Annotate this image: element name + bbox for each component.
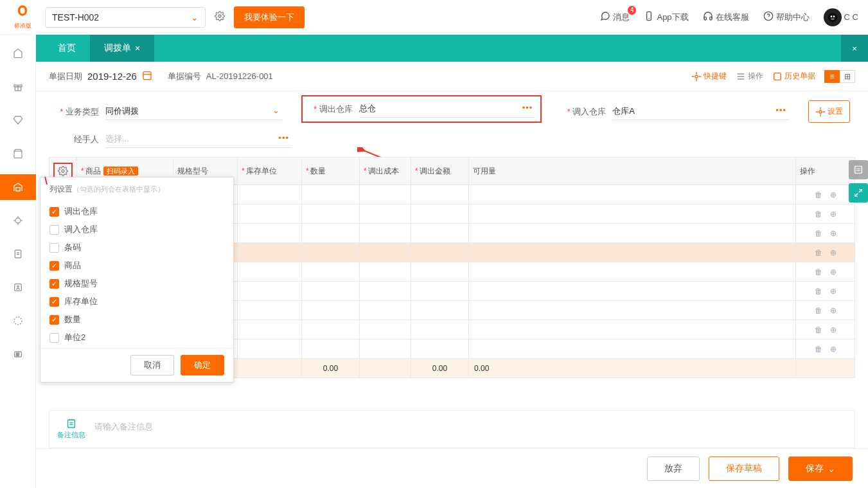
checkbox[interactable] <box>49 243 59 253</box>
settings-button[interactable]: 设置 <box>808 100 850 123</box>
copy-icon[interactable]: ⊕ <box>830 267 837 276</box>
try-button[interactable]: 我要体验一下 <box>234 6 305 28</box>
more-icon[interactable]: ••• <box>278 133 289 143</box>
delete-icon[interactable]: 🗑 <box>815 306 822 315</box>
delete-icon[interactable]: 🗑 <box>815 287 822 296</box>
float-right-tools <box>849 160 868 203</box>
card-view-icon[interactable]: ⊞ <box>840 70 855 83</box>
scan-tag[interactable]: 扫码录入 <box>103 167 138 176</box>
svg-rect-22 <box>143 72 151 80</box>
in-warehouse-field[interactable]: 调入仓库 仓库A••• <box>561 100 789 123</box>
svg-rect-28 <box>774 73 781 80</box>
cancel-button[interactable]: 取消 <box>130 355 174 375</box>
note-area[interactable]: 备注信息 请输入备注信息 <box>49 410 855 448</box>
delete-icon[interactable]: 🗑 <box>815 248 822 257</box>
copy-icon[interactable]: ⊕ <box>830 210 837 219</box>
more-icon[interactable]: ••• <box>775 105 786 115</box>
delete-icon[interactable]: 🗑 <box>815 325 822 334</box>
copy-icon[interactable]: ⊕ <box>830 248 837 257</box>
sidebar-clipboard-icon[interactable] <box>11 247 25 261</box>
calendar-icon[interactable] <box>142 70 152 82</box>
save-draft-button[interactable]: 保存草稿 <box>709 456 779 481</box>
tab-close-all[interactable]: × <box>841 35 868 62</box>
column-option[interactable]: ✓商品 <box>40 257 233 275</box>
help-link[interactable]: 帮助中心 <box>763 11 810 23</box>
logo-text: 标准版 <box>14 22 31 30</box>
sidebar-user-icon[interactable] <box>11 280 25 294</box>
checkbox[interactable]: ✓ <box>49 315 59 325</box>
sidebar-bag-icon[interactable] <box>11 147 25 161</box>
messages-link[interactable]: 消息 4 <box>600 11 630 23</box>
handler-field[interactable]: 经手人 选择...••• <box>54 131 292 148</box>
top-right: 消息 4 App下载 在线客服 帮助中心 C C <box>600 8 858 26</box>
app-download-link[interactable]: App下载 <box>644 11 688 23</box>
notes-icon[interactable] <box>849 160 868 179</box>
operation-link[interactable]: 操作 <box>736 71 763 82</box>
save-button[interactable]: 保存⌄ <box>788 456 853 481</box>
logo[interactable]: 标准版 <box>10 5 35 30</box>
sidebar-diamond-icon[interactable] <box>11 113 25 127</box>
copy-icon[interactable]: ⊕ <box>830 306 837 315</box>
copy-icon[interactable]: ⊕ <box>830 325 837 334</box>
gear-icon[interactable] <box>215 11 225 23</box>
help-icon <box>763 11 774 23</box>
copy-icon[interactable]: ⊕ <box>830 287 837 296</box>
date-label: 单据日期 <box>49 71 82 82</box>
discard-button[interactable]: 放弃 <box>647 456 700 481</box>
checkbox[interactable]: ✓ <box>49 279 59 289</box>
delete-icon[interactable]: 🗑 <box>815 229 822 238</box>
column-option[interactable]: ✓调出仓库 <box>40 203 233 221</box>
svg-point-29 <box>819 111 822 113</box>
note-input[interactable]: 请输入备注信息 <box>94 419 847 433</box>
copy-icon[interactable]: ⊕ <box>830 229 837 238</box>
more-icon[interactable]: ••• <box>522 103 533 113</box>
svg-point-24 <box>695 75 698 78</box>
sidebar-home-icon[interactable] <box>11 46 25 60</box>
shortcut-link[interactable]: 快捷键 <box>691 71 727 82</box>
sidebar-gift-icon[interactable] <box>11 80 25 94</box>
copy-icon[interactable]: ⊕ <box>830 345 837 354</box>
svg-point-19 <box>14 317 22 325</box>
service-link[interactable]: 在线客服 <box>703 11 749 23</box>
sidebar-new-icon[interactable]: 新 <box>11 347 25 361</box>
column-settings-popup: 列设置（勾选的列会在表格中显示） ✓调出仓库调入仓库条码✓商品✓规格型号✓库存单… <box>40 177 234 383</box>
host-selector[interactable]: TEST-H002 ⌄ <box>45 7 206 28</box>
column-option[interactable]: ✓规格型号 <box>40 275 233 293</box>
top-bar: 标准版 TEST-H002 ⌄ 我要体验一下 消息 4 App下载 在线客服 帮… <box>0 0 868 35</box>
user-menu[interactable]: C C <box>824 8 858 26</box>
tab-home[interactable]: 首页 <box>44 35 90 62</box>
biz-type-field[interactable]: 业务类型 同价调拨⌄ <box>54 100 282 123</box>
checkbox[interactable]: ✓ <box>49 207 59 217</box>
view-toggle[interactable]: ≡ ⊞ <box>824 70 855 83</box>
checkbox[interactable] <box>49 225 59 235</box>
delete-icon[interactable]: 🗑 <box>815 345 822 354</box>
column-option[interactable]: 条码 <box>40 239 233 257</box>
list-view-icon[interactable]: ≡ <box>824 70 840 83</box>
checkbox[interactable]: ✓ <box>49 297 59 307</box>
column-option[interactable]: 调入仓库 <box>40 221 233 239</box>
sidebar-warehouse-icon[interactable] <box>0 174 36 200</box>
delete-icon[interactable]: 🗑 <box>815 210 822 219</box>
delete-icon[interactable]: 🗑 <box>815 267 822 276</box>
copy-icon[interactable]: ⊕ <box>830 190 837 199</box>
sidebar-loading-icon[interactable] <box>11 314 25 328</box>
avatar <box>824 8 842 26</box>
tab-allocation[interactable]: 调拨单× <box>90 35 154 62</box>
docno-value: AL-20191226-001 <box>206 71 273 81</box>
delete-icon[interactable]: 🗑 <box>815 190 822 199</box>
footer: 放弃 保存草稿 保存⌄ <box>36 448 868 488</box>
out-warehouse-field[interactable]: 调出仓库 总仓••• <box>301 95 542 123</box>
docno-label: 单据编号 <box>168 71 201 82</box>
close-icon[interactable]: × <box>135 43 140 53</box>
column-option[interactable]: ✓数量 <box>40 311 233 329</box>
sidebar-money-icon[interactable] <box>11 213 25 228</box>
checkbox[interactable]: ✓ <box>49 261 59 271</box>
history-link[interactable]: 历史单据 <box>772 71 815 82</box>
column-option[interactable]: 单位2 <box>40 329 233 347</box>
ok-button[interactable]: 确定 <box>181 355 224 375</box>
checkbox[interactable] <box>49 333 59 343</box>
column-option[interactable]: ✓库存单位 <box>40 293 233 311</box>
expand-icon[interactable] <box>849 183 868 203</box>
chevron-down-icon: ⌄ <box>272 105 279 115</box>
date-value[interactable]: 2019-12-26 <box>87 71 137 82</box>
